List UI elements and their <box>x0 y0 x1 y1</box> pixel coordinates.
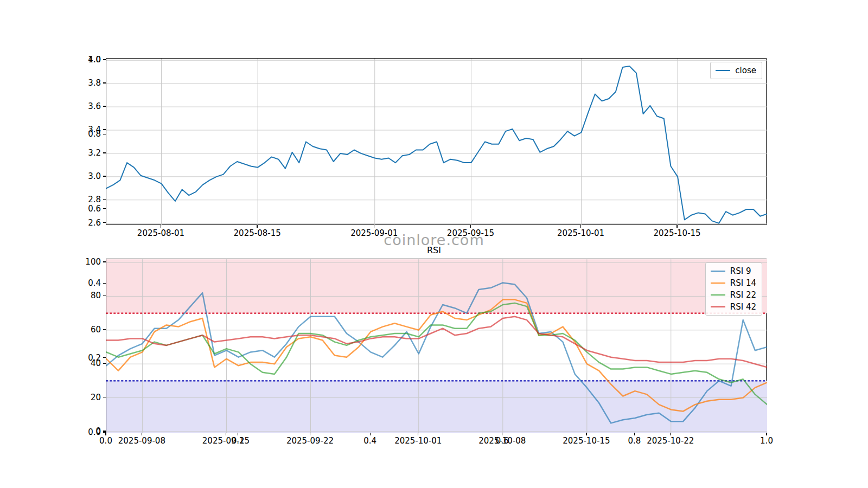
overlay-x-tickmark <box>634 433 635 435</box>
close-x-tick-label: 2025-08-15 <box>234 229 281 237</box>
overlay-x-tick-label: 1.0 <box>760 437 773 445</box>
rsi-y-tick-label: 100 <box>85 258 101 266</box>
overlay-x-tickmark <box>105 433 106 435</box>
overlay-x-tick-label: 0.2 <box>232 437 245 445</box>
close-y-tickmark <box>103 176 106 176</box>
rsi-y-tickmark <box>103 397 106 397</box>
figure: coinlore.com RSI close RSI 9 RSI 14 RSI … <box>0 0 868 488</box>
rsi9-legend-swatch <box>711 271 725 272</box>
close-y-tickmark <box>103 106 106 106</box>
overlay-y-tick-label: 0.2 <box>88 354 101 362</box>
overlay-x-tickmark <box>502 433 502 435</box>
rsi-x-tickmark <box>142 433 142 435</box>
rsi-y-tickmark <box>103 296 106 296</box>
close-y-tickmark <box>103 222 106 223</box>
overlay-x-tick-label: 0.4 <box>363 437 376 445</box>
close-x-tickmark <box>580 225 581 228</box>
rsi-x-tickmark <box>418 433 418 435</box>
rsi-legend-entry: RSI 42 <box>711 301 756 313</box>
close-x-tick-label: 2025-09-01 <box>350 229 398 237</box>
rsi14-legend-label: RSI 14 <box>730 278 756 288</box>
rsi-legend-entry: RSI 9 <box>711 265 756 277</box>
rsi-y-tickmark <box>103 261 106 262</box>
close-y-tickmark <box>103 82 106 83</box>
rsi-chart-title: RSI <box>0 245 868 255</box>
overlay-y-tickmark <box>103 59 106 60</box>
close-chart-axes: close <box>106 58 767 225</box>
rsi14-legend-swatch <box>711 282 725 284</box>
rsi-legend: RSI 9 RSI 14 RSI 22 RSI 42 <box>705 262 762 316</box>
close-y-tickmark <box>103 152 106 153</box>
overlay-x-tickmark <box>238 433 238 435</box>
rsi-chart-axes: RSI 9 RSI 14 RSI 22 RSI 42 <box>106 259 767 433</box>
close-x-tick-label: 2025-09-15 <box>447 229 494 237</box>
close-y-tick-label: 3.8 <box>88 79 101 87</box>
rsi-x-tickmark <box>310 433 310 435</box>
close-legend-label: close <box>735 66 756 75</box>
close-y-tickmark <box>103 129 106 130</box>
rsi-x-tickmark <box>586 433 586 435</box>
close-x-tickmark <box>374 225 374 228</box>
close-x-tickmark <box>676 225 677 228</box>
overlay-y-tick-label: 0.4 <box>88 279 101 287</box>
close-x-tick-label: 2025-08-01 <box>137 229 184 237</box>
oversold-band <box>106 381 767 433</box>
close-x-tickmark <box>161 225 161 228</box>
overlay-y-tick-label: 0.8 <box>88 130 101 138</box>
overlay-y-tick-label: 0.0 <box>88 428 101 436</box>
rsi-x-tick-label: 2025-09-22 <box>286 437 334 445</box>
close-y-tick-label: 3.0 <box>88 172 101 180</box>
overlay-y-tickmark <box>103 134 106 134</box>
overlay-x-tick-label: 0.0 <box>99 437 112 445</box>
rsi-42-line <box>106 317 767 368</box>
close-y-tick-label: 2.8 <box>88 195 101 203</box>
overlay-y-tickmark <box>103 208 106 209</box>
rsi-legend-entry: RSI 14 <box>711 277 756 289</box>
overlay-x-tick-label: 0.8 <box>628 437 641 445</box>
rsi-x-tick-label: 2025-10-01 <box>394 437 442 445</box>
close-x-tickmark <box>257 225 257 228</box>
rsi-y-tickmark <box>103 329 106 330</box>
close-x-tickmark <box>470 225 471 228</box>
rsi-y-tickmark <box>103 363 106 364</box>
overlay-x-tickmark <box>766 433 767 435</box>
close-x-tick-label: 2025-10-01 <box>557 229 604 237</box>
rsi42-legend-swatch <box>711 306 725 307</box>
rsi-legend-entry: RSI 22 <box>711 289 756 301</box>
close-y-tick-label: 2.6 <box>88 219 101 227</box>
overlay-y-tickmark <box>103 357 106 358</box>
overlay-x-tick-label: 0.6 <box>496 437 509 445</box>
rsi9-legend-label: RSI 9 <box>730 266 751 276</box>
rsi-y-tick-label: 60 <box>91 325 101 333</box>
rsi-y-tick-label: 80 <box>91 292 101 300</box>
close-legend-swatch <box>716 70 730 71</box>
close-legend-entry: close <box>716 65 756 76</box>
close-y-tick-label: 3.6 <box>88 102 101 111</box>
overlay-y-tickmark <box>103 283 106 284</box>
close-plot-area <box>106 59 767 226</box>
rsi22-legend-swatch <box>711 294 725 296</box>
overlay-x-tickmark <box>370 433 371 435</box>
rsi42-legend-label: RSI 42 <box>730 302 756 312</box>
close-y-tick-label: 3.2 <box>88 149 101 157</box>
rsi22-legend-label: RSI 22 <box>730 290 756 300</box>
rsi-x-tick-label: 2025-10-15 <box>563 437 610 445</box>
rsi-x-tick-label: 2025-09-08 <box>118 437 165 445</box>
rsi-x-tickmark <box>226 433 226 435</box>
close-series-line <box>106 66 767 223</box>
rsi-x-tickmark <box>670 433 671 435</box>
close-x-tick-label: 2025-10-15 <box>653 229 700 237</box>
rsi-x-tick-label: 2025-10-22 <box>647 437 694 445</box>
close-y-tickmark <box>103 199 106 200</box>
close-legend: close <box>710 62 762 79</box>
overlay-y-tick-label: 0.6 <box>88 204 101 213</box>
rsi-plot-area <box>106 259 767 433</box>
overlay-y-tick-label: 1.0 <box>88 56 101 64</box>
rsi-y-tick-label: 20 <box>91 393 101 401</box>
